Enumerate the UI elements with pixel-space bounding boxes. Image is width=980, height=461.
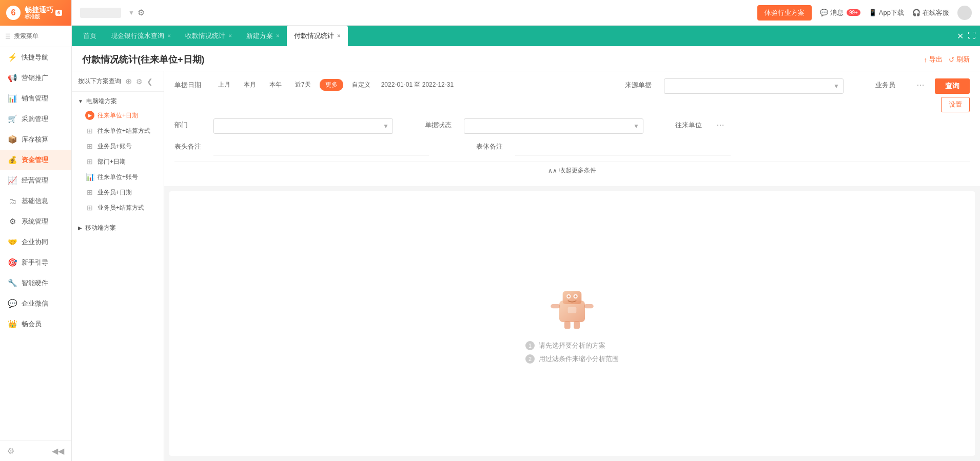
settings-icon[interactable]: ⚙ bbox=[7, 446, 14, 456]
date-btn-this-year[interactable]: 本年 bbox=[265, 78, 286, 91]
scheme-label-partner-account: 往来单位+账号 bbox=[97, 173, 138, 182]
tab-bank-flow-close[interactable]: × bbox=[167, 32, 171, 39]
desktop-group-title[interactable]: ▼ 电脑端方案 bbox=[72, 95, 164, 108]
partner-dots-btn[interactable]: … bbox=[714, 118, 727, 128]
staff-label: 业务员 bbox=[875, 78, 906, 90]
empty-hint-1: 1 请先选择要分析的方案 bbox=[525, 341, 619, 350]
scheme-item-staff-date[interactable]: ⊞ 业务员+日期 bbox=[72, 185, 164, 200]
date-btn-custom[interactable]: 自定义 bbox=[347, 78, 375, 91]
sidebar-badge: 6 bbox=[55, 10, 62, 16]
sidebar-item-operations[interactable]: 📈 经营管理 bbox=[0, 170, 71, 191]
breadcrumb: ▼ ⚙ bbox=[80, 8, 757, 18]
collapse-panel-icon[interactable]: ❮ bbox=[147, 77, 153, 86]
add-scheme-icon[interactable]: ⊕ bbox=[125, 76, 132, 86]
online-service-btn[interactable]: 🎧 在线客服 bbox=[912, 8, 949, 17]
tab-expand-icon[interactable]: ⛶ bbox=[968, 31, 976, 41]
tab-home-label: 首页 bbox=[83, 31, 96, 41]
export-btn[interactable]: ↑ 导出 bbox=[924, 55, 943, 64]
scheme-item-partner-account[interactable]: 📊 往来单位+账号 bbox=[72, 169, 164, 185]
sidebar-item-sales[interactable]: 📊 销售管理 bbox=[0, 88, 71, 109]
dept-label: 部门 bbox=[174, 118, 205, 130]
scheme-item-partner-settle[interactable]: ⊞ 往来单位+结算方式 bbox=[72, 123, 164, 138]
header-note-input[interactable] bbox=[213, 140, 429, 155]
query-btn[interactable]: 查询 bbox=[935, 78, 970, 94]
tab-home[interactable]: 首页 bbox=[76, 26, 104, 46]
tab-bank-flow[interactable]: 现金银行流水查询 × bbox=[104, 26, 178, 46]
sidebar-item-member[interactable]: 👑 畅会员 bbox=[0, 314, 71, 334]
sidebar-item-inventory[interactable]: 📦 库存核算 bbox=[0, 129, 71, 150]
tab-receipt-stats[interactable]: 收款情况统计 × bbox=[178, 26, 239, 46]
logo-subtitle: 标准版 bbox=[25, 14, 53, 20]
sidebar-item-basic-info[interactable]: 🗂 基础信息 bbox=[0, 191, 71, 211]
sidebar-item-quick-nav[interactable]: ⚡ 快捷导航 bbox=[0, 47, 71, 68]
status-select[interactable] bbox=[464, 118, 643, 134]
sidebar-item-hardware[interactable]: 🔧 智能硬件 bbox=[0, 273, 71, 293]
user-avatar[interactable] bbox=[957, 6, 972, 20]
online-service-label: 在线客服 bbox=[923, 8, 949, 17]
source-select[interactable] bbox=[664, 78, 844, 94]
date-btn-this-month[interactable]: 本月 bbox=[239, 78, 261, 91]
message-btn[interactable]: 💬 消息 99+ bbox=[820, 8, 860, 17]
system-icon: ⚙ bbox=[7, 216, 17, 227]
sidebar-label-system: 系统管理 bbox=[22, 217, 48, 226]
empty-hints: 1 请先选择要分析的方案 2 用过滤条件来缩小分析范围 bbox=[525, 341, 619, 364]
tab-new-scheme[interactable]: 新建方案 × bbox=[239, 26, 287, 46]
enterprise-icon: 🤝 bbox=[7, 237, 17, 247]
staff-dots-btn[interactable]: … bbox=[914, 78, 927, 88]
scheme-table-icon-3: ⊞ bbox=[85, 157, 94, 166]
content-area: 按以下方案查询 ⊕ ⚙ ❮ ▼ 电脑端方案 ▶ 往来单位+日期 ⊞ 往来单位+结… bbox=[72, 71, 980, 461]
main-area: ▼ ⚙ 体验行业方案 💬 消息 99+ 📱 App下载 🎧 在线客服 首页 bbox=[72, 0, 980, 461]
tab-close-all-icon[interactable]: ✕ bbox=[957, 31, 964, 41]
sidebar-item-system[interactable]: ⚙ 系统管理 bbox=[0, 211, 71, 232]
settings-btn[interactable]: 设置 bbox=[941, 97, 970, 112]
sidebar-item-purchase[interactable]: 🛒 采购管理 bbox=[0, 109, 71, 129]
message-icon: 💬 bbox=[820, 9, 828, 16]
gear-icon[interactable]: ⚙ bbox=[138, 8, 145, 17]
collapse-icon[interactable]: ◀◀ bbox=[52, 446, 64, 456]
date-btn-last-7days[interactable]: 近7天 bbox=[290, 78, 316, 91]
sidebar-item-marketing[interactable]: 📢 营销推广 bbox=[0, 68, 71, 88]
app-icon: 📱 bbox=[869, 9, 877, 16]
scheme-panel-label: 按以下方案查询 bbox=[78, 77, 121, 86]
mobile-group-title[interactable]: ▶ 移动端方案 bbox=[72, 222, 164, 234]
sidebar: 6 畅捷通巧 标准版 6 ☰ 搜索菜单 ⚡ 快捷导航 📢 营销推广 📊 销售管理… bbox=[0, 0, 72, 461]
page-header-actions: ↑ 导出 ↺ 刷新 bbox=[924, 55, 970, 64]
sidebar-search-area[interactable]: ☰ 搜索菜单 bbox=[0, 26, 71, 47]
industry-btn[interactable]: 体验行业方案 bbox=[757, 5, 812, 21]
sidebar-logo: 6 畅捷通巧 标准版 6 bbox=[0, 0, 71, 26]
scheme-chart-icon-1: 📊 bbox=[85, 172, 94, 182]
sidebar-footer: ⚙ ◀◀ bbox=[0, 440, 71, 461]
sidebar-item-enterprise[interactable]: 🤝 企业协同 bbox=[0, 232, 71, 252]
collapse-more-btn[interactable]: ∧∧ 收起更多条件 bbox=[174, 162, 970, 179]
sidebar-item-capital[interactable]: 💰 资金管理 bbox=[0, 150, 71, 170]
empty-illustration bbox=[546, 284, 598, 335]
tab-receipt-stats-close[interactable]: × bbox=[228, 32, 232, 39]
sidebar-nav: ⚡ 快捷导航 📢 营销推广 📊 销售管理 🛒 采购管理 📦 库存核算 💰 资金管… bbox=[0, 47, 71, 440]
scheme-item-dept-date[interactable]: ⊞ 部门+日期 bbox=[72, 154, 164, 169]
tab-payment-stats[interactable]: 付款情况统计 × bbox=[287, 26, 348, 46]
sidebar-item-wechat[interactable]: 💬 企业微信 bbox=[0, 293, 71, 314]
scheme-item-staff-settle[interactable]: ⊞ 业务员+结算方式 bbox=[72, 200, 164, 215]
search-menu-btn[interactable]: ☰ 搜索菜单 bbox=[5, 30, 66, 43]
sidebar-item-guide[interactable]: 🎯 新手引导 bbox=[0, 252, 71, 273]
dept-select[interactable] bbox=[213, 118, 393, 134]
source-input-wrap: ▼ bbox=[664, 78, 844, 94]
sidebar-label-sales: 销售管理 bbox=[22, 94, 48, 103]
refresh-btn[interactable]: ↺ 刷新 bbox=[949, 55, 970, 64]
status-label: 单据状态 bbox=[425, 118, 456, 130]
tab-new-scheme-close[interactable]: × bbox=[276, 32, 280, 39]
settings-scheme-icon[interactable]: ⚙ bbox=[136, 77, 143, 86]
mobile-scheme-group: ▶ 移动端方案 bbox=[72, 218, 164, 237]
scheme-item-staff-account[interactable]: ⊞ 业务员+账号 bbox=[72, 138, 164, 154]
app-download-btn[interactable]: 📱 App下载 bbox=[869, 8, 904, 17]
date-btn-more[interactable]: 更多 bbox=[320, 79, 343, 91]
scheme-item-partner-date[interactable]: ▶ 往来单位+日期 bbox=[72, 108, 164, 123]
body-note-input[interactable] bbox=[515, 140, 731, 155]
scheme-label-staff-account: 业务员+账号 bbox=[97, 142, 132, 151]
tab-payment-stats-close[interactable]: × bbox=[337, 32, 341, 39]
date-btn-last-month[interactable]: 上月 bbox=[213, 78, 235, 91]
header-note-wrap bbox=[213, 140, 429, 155]
operations-icon: 📈 bbox=[7, 175, 17, 186]
basic-info-icon: 🗂 bbox=[7, 196, 17, 206]
body-note-label: 表体备注 bbox=[476, 140, 507, 151]
